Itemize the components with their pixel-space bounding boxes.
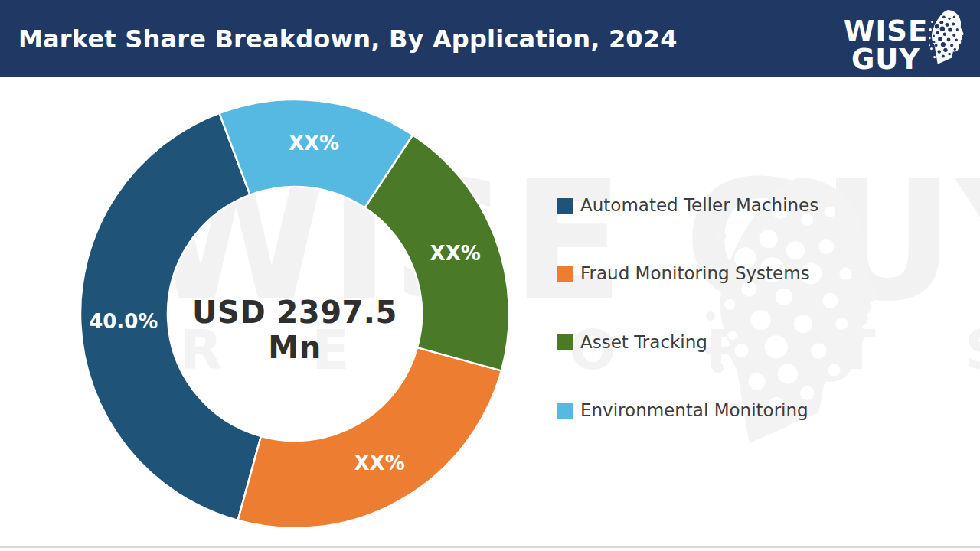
- logo-face-icon: [928, 8, 966, 70]
- legend-item-automated-teller-machines: Automated Teller Machines: [557, 196, 818, 215]
- legend-swatch: [557, 266, 573, 282]
- legend-item-asset-tracking: Asset Tracking: [557, 333, 818, 352]
- face-profile-icon: [928, 8, 966, 70]
- header-bar: Market Share Breakdown, By Application, …: [0, 0, 980, 77]
- segment-label: XX%: [289, 132, 339, 155]
- legend-swatch: [557, 403, 573, 419]
- legend-swatch: [557, 334, 573, 350]
- segment-label: 40.0%: [89, 310, 158, 333]
- wise-guy-reports-logo: WISE GUY R E P O R T S: [775, 6, 966, 72]
- donut-segment-fraud-monitoring-systems: [238, 347, 501, 528]
- report-canvas: WISE GUY R E P O R T S 40.0%XX%XX%XX% US…: [0, 0, 980, 551]
- legend-label: Fraud Monitoring Systems: [580, 264, 810, 283]
- legend-item-fraud-monitoring-systems: Fraud Monitoring Systems: [557, 264, 818, 283]
- chart-center-value: USD 2397.5 Mn: [165, 295, 425, 365]
- page-title: Market Share Breakdown, By Application, …: [18, 0, 678, 77]
- legend-label: Environmental Monitoring: [580, 401, 808, 420]
- legend-swatch: [557, 198, 573, 214]
- footer-divider: [0, 546, 980, 548]
- segment-label: XX%: [430, 242, 481, 265]
- chart-legend: Automated Teller MachinesFraud Monitorin…: [557, 196, 818, 420]
- legend-label: Automated Teller Machines: [580, 196, 818, 215]
- legend-item-environmental-monitoring: Environmental Monitoring: [557, 401, 818, 420]
- legend-label: Asset Tracking: [580, 333, 707, 352]
- logo-reports-label: R E P O R T S: [808, 76, 966, 99]
- segment-label: XX%: [354, 452, 405, 474]
